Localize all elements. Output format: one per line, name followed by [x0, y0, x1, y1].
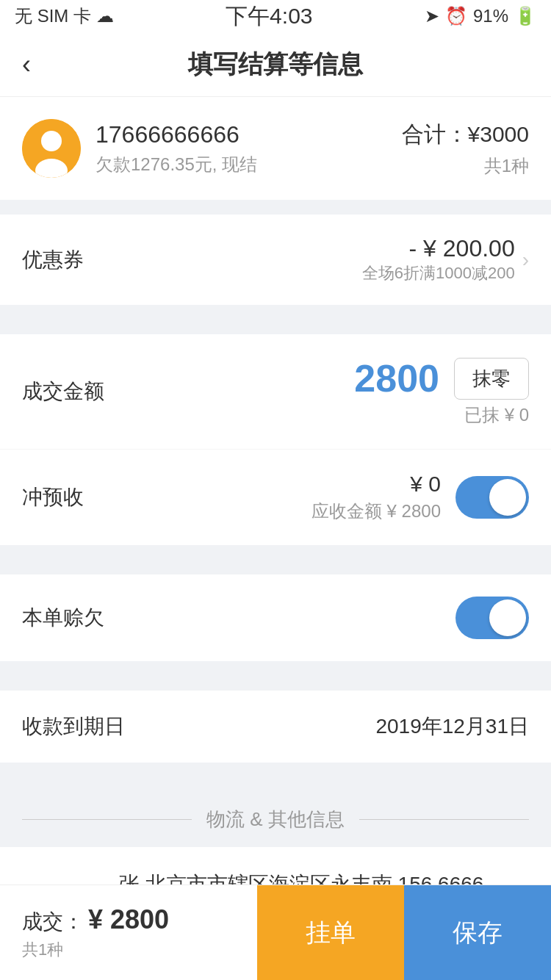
toggle-knob [489, 479, 526, 516]
due-date-label: 收款到期日 [22, 713, 125, 741]
bottom-amount: ¥ 2800 [88, 904, 169, 935]
battery-level: 91% [473, 6, 508, 26]
pre-collect-sub: 应收金额 ¥ 2800 [311, 500, 441, 523]
sim-status: 无 SIM 卡 ☁ [15, 4, 114, 28]
pre-collect-info: ¥ 0 应收金额 ¥ 2800 [311, 472, 441, 523]
user-details: 17666666666 欠款1276.35元, 现结 [96, 121, 257, 176]
nav-bar: ‹ 填写结算等信息 [0, 32, 551, 97]
user-phone: 17666666666 [96, 121, 257, 148]
alarm-icon: ⏰ [445, 6, 467, 26]
hold-order-button[interactable]: 挂单 [257, 885, 404, 981]
battery-icon: 🔋 [514, 6, 536, 26]
logistics-divider: 物流 & 其他信息 [0, 792, 551, 847]
back-button[interactable]: ‹ [22, 49, 66, 80]
save-button[interactable]: 保存 [404, 885, 551, 981]
status-left: 无 SIM 卡 ☁ [15, 4, 114, 28]
pre-collect-label: 冲预收 [22, 483, 84, 511]
bottom-deal-label: 成交： [22, 908, 84, 936]
avatar [22, 119, 81, 178]
coupon-discount: - ¥ 200.00 [362, 235, 515, 262]
user-sub-text: 欠款1276.35元, 现结 [96, 153, 257, 176]
coupon-desc: 全场6折满1000减200 [362, 262, 515, 284]
divider-line-left [22, 819, 192, 820]
debt-row: 本单赊欠 [0, 574, 551, 661]
deal-amount-value: 2800 [354, 356, 439, 400]
user-info: 17666666666 欠款1276.35元, 现结 [22, 119, 257, 178]
deal-amount-sub: 已抹 ¥ 0 [354, 403, 529, 427]
gray-divider-3 [0, 676, 551, 691]
gray-divider-2 [0, 560, 551, 574]
user-total: 合计：¥3000 共1种 [402, 120, 529, 178]
due-date-row: 收款到期日 2019年12月31日 [0, 691, 551, 763]
divider-line-right [359, 819, 529, 820]
coupon-label: 优惠券 [22, 246, 84, 274]
due-date-value: 2019年12月31日 [375, 713, 529, 741]
bottom-bar: 成交： ¥ 2800 共1种 挂单 保存 [0, 884, 551, 980]
amount-right: 2800 抹零 [354, 356, 529, 400]
bottom-summary: 成交： ¥ 2800 共1种 [0, 904, 257, 961]
debt-toggle-knob [489, 599, 526, 636]
debt-toggle[interactable] [455, 597, 529, 639]
gray-divider-1 [0, 320, 551, 334]
coupon-chevron-icon: › [522, 248, 529, 272]
total-amount: 合计：¥3000 [402, 120, 529, 150]
deal-amount-section: 成交金额 2800 抹零 已抹 ¥ 0 冲预收 ¥ 0 应收金额 ¥ 2800 [0, 334, 551, 545]
svg-point-1 [41, 131, 62, 151]
page-title: 填写结算等信息 [188, 48, 363, 82]
total-count: 共1种 [402, 154, 529, 178]
bottom-count: 共1种 [22, 939, 235, 961]
due-date-section: 收款到期日 2019年12月31日 [0, 691, 551, 763]
coupon-row[interactable]: 优惠券 - ¥ 200.00 全场6折满1000减200 › [0, 215, 551, 305]
location-icon: ➤ [425, 6, 439, 26]
pre-collect-toggle[interactable] [455, 476, 529, 519]
logistics-divider-text: 物流 & 其他信息 [206, 807, 345, 832]
content-area: 17666666666 欠款1276.35元, 现结 合计：¥3000 共1种 … [0, 97, 551, 980]
user-card: 17666666666 欠款1276.35元, 现结 合计：¥3000 共1种 [0, 97, 551, 200]
status-right: ➤ ⏰ 91% 🔋 [425, 6, 536, 26]
pre-collect-amount: ¥ 0 [311, 472, 441, 497]
coupon-right: - ¥ 200.00 全场6折满1000减200 › [362, 235, 529, 284]
gray-divider-4 [0, 777, 551, 792]
status-bar: 无 SIM 卡 ☁ 下午4:03 ➤ ⏰ 91% 🔋 [0, 0, 551, 32]
pre-collect-row: 冲预收 ¥ 0 应收金额 ¥ 2800 [0, 450, 551, 545]
pre-collect-right: ¥ 0 应收金额 ¥ 2800 [311, 472, 529, 523]
debt-label: 本单赊欠 [22, 604, 104, 632]
deal-amount-label: 成交金额 [22, 378, 104, 406]
status-time: 下午4:03 [226, 1, 312, 32]
debt-section: 本单赊欠 [0, 574, 551, 661]
round-button[interactable]: 抹零 [454, 358, 529, 400]
deal-amount-row: 成交金额 2800 抹零 已抹 ¥ 0 [0, 334, 551, 450]
